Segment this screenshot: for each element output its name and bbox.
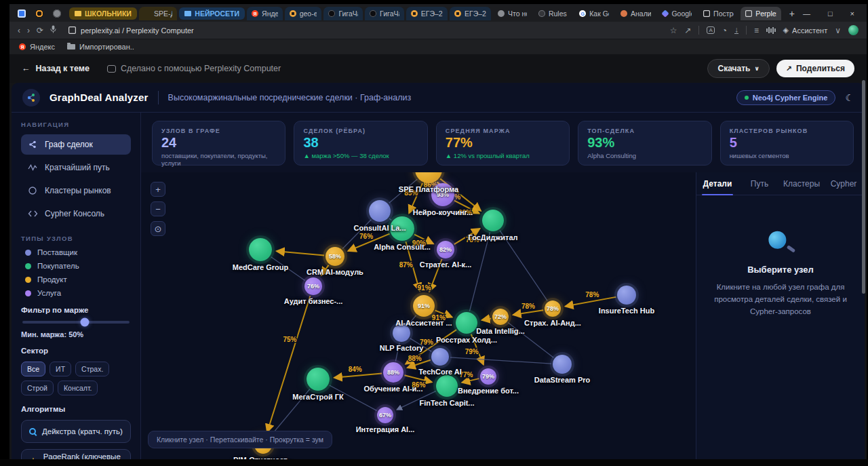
graph-node-insure[interactable]	[617, 286, 636, 305]
close-button[interactable]: ×	[850, 9, 854, 18]
sector-chip[interactable]: Страх.	[75, 362, 109, 376]
pinned-tab-icon[interactable]	[18, 9, 26, 18]
graph-node-strakh[interactable]: 78%	[545, 300, 561, 317]
slider-thumb[interactable]	[80, 318, 89, 327]
share-button[interactable]: ↗ Поделиться	[776, 60, 854, 77]
browser-tab[interactable]: Perplex...	[741, 7, 781, 20]
graph-node-datastream[interactable]	[553, 355, 572, 374]
graph-edges: 85%86%87%90%90%78%76%87%75%91%91%78%78%7…	[141, 172, 696, 459]
browser-tab[interactable]: Что но...	[493, 7, 532, 20]
algorithm-button[interactable]: Дейкстра (кратч. путь)	[21, 420, 131, 443]
minimize-button[interactable]: —	[803, 9, 810, 18]
algorithm-label: Дейкстра (кратч. путь)	[42, 427, 123, 435]
graph-node-fintech[interactable]	[436, 375, 458, 397]
bookmark-item[interactable]: Импортирован..	[67, 43, 134, 51]
back-icon[interactable]: ‹	[18, 26, 20, 35]
graph-node-techcore[interactable]	[431, 348, 449, 366]
maximize-button[interactable]: □	[828, 9, 833, 18]
browser-tab[interactable]: ЯЯндекс	[247, 7, 283, 20]
mic-icon[interactable]	[50, 25, 56, 35]
graph-node-consultai[interactable]	[369, 200, 391, 222]
browser-tab[interactable]: ГигаЧа...	[365, 7, 404, 20]
history-icon[interactable]: ◔	[722, 26, 727, 35]
sidebar-item-code[interactable]: Cypher Консоль	[21, 203, 131, 224]
zoom-reset-button[interactable]: ⊙	[151, 221, 165, 236]
graph-edge	[409, 183, 422, 213]
sector-chip[interactable]: Все	[21, 362, 45, 376]
graph-node-megastroy[interactable]	[307, 368, 330, 391]
panel-tab-детали[interactable]: Детали	[696, 172, 738, 195]
forward-icon[interactable]: ›	[27, 26, 30, 35]
tab-label: Постро...	[713, 9, 734, 18]
download-button[interactable]: Скачать ∨	[707, 59, 769, 78]
reload-icon[interactable]: ⟳	[37, 26, 43, 35]
sector-chip[interactable]: Строй	[21, 381, 54, 395]
profile-avatar[interactable]	[848, 25, 859, 35]
graph-node-nlp[interactable]	[393, 324, 410, 342]
download-icon[interactable]: ↓	[734, 27, 738, 34]
panel-tab-cypher[interactable]: Cypher	[823, 172, 865, 195]
pinned-tab-icon[interactable]	[35, 9, 43, 18]
sector-chip[interactable]: Консалт.	[58, 381, 98, 395]
chevron-down-icon: ∨	[754, 65, 759, 72]
browser-tab[interactable]: Постро...	[698, 7, 738, 20]
graph-node-dataintel[interactable]: 72%	[492, 309, 509, 325]
graph-node-alpha[interactable]	[390, 216, 414, 241]
margin-slider[interactable]	[22, 321, 130, 324]
bookmark-item[interactable]: ЯЯндекс	[19, 43, 55, 51]
graph-node-aiassist[interactable]: 91%	[413, 295, 435, 317]
browser-tab[interactable]: SPE-Д...	[139, 7, 177, 20]
browser-tab[interactable]: GКак Ge...	[574, 7, 614, 20]
graph-node-obuch[interactable]: 88%	[383, 362, 403, 383]
browser-tab[interactable]: geo-ег...	[285, 7, 322, 20]
back-to-topic-link[interactable]: ← Назад к теме	[22, 64, 90, 73]
page-scrollbar-thumb[interactable]	[862, 80, 865, 294]
address-bar[interactable]: perplexity.ai / Perplexity Computer	[68, 26, 194, 35]
browser-tab[interactable]: Анализ...	[616, 7, 656, 20]
stat-card: СРЕДНЯЯ МАРЖА77%▲ 12% vs прошлый квартал	[436, 121, 570, 166]
browser-tab[interactable]: ГигаЧа...	[323, 7, 363, 20]
stat-value: 38	[303, 135, 418, 151]
new-tab-button[interactable]: +	[783, 8, 802, 19]
pinned-tab-icon[interactable]	[53, 9, 61, 18]
yandex-favicon-icon: Я	[19, 43, 26, 50]
theme-toggle-moon-icon[interactable]: ☾	[845, 92, 854, 103]
browser-tab[interactable]: Rules f...	[534, 7, 572, 20]
sidebar-item-route[interactable]: Кратчайший путь	[21, 157, 131, 178]
waveform-icon[interactable]	[766, 27, 776, 34]
tab-label: Анализ...	[631, 9, 651, 18]
assistant-button[interactable]: ◈ Ассистент	[783, 26, 828, 35]
sidebar-item-share-nodes[interactable]: Граф сделок	[21, 134, 131, 155]
chevron-down-icon[interactable]: ∨	[835, 26, 841, 35]
zoom-out-button[interactable]: −	[151, 201, 165, 216]
translate-icon[interactable]: A	[707, 26, 714, 34]
panel-tab-кластеры[interactable]: Кластеры	[781, 172, 823, 195]
browser-tab[interactable]: ЕГЭ–20...	[406, 7, 448, 20]
bookmark-star-icon[interactable]: ☆	[670, 26, 677, 35]
algorithm-button[interactable]: ★PageRank (ключевые узлы)	[21, 449, 131, 459]
graph-canvas[interactable]: 85%86%87%90%90%78%76%87%75%91%91%78%78%7…	[141, 172, 696, 459]
graph-node-vnedr[interactable]: 79%	[480, 368, 496, 385]
graph-node-medcare[interactable]	[249, 238, 272, 261]
tab-group-chip[interactable]: ШКОЛЬНИКИ	[69, 7, 137, 20]
graph-node-gos[interactable]	[482, 210, 504, 231]
edge-margin-label: 90%	[458, 209, 472, 216]
browser-tab[interactable]: Google...	[658, 7, 696, 20]
giga-favicon-icon	[370, 10, 376, 17]
sector-chip[interactable]: ИТ	[50, 362, 71, 376]
tab-label: SPE-Д...	[154, 9, 172, 18]
edge-margin-label: 90%	[412, 239, 426, 247]
graph-node-strateg[interactable]: 82%	[437, 241, 454, 258]
graph-node-crm[interactable]: 58%	[326, 247, 344, 266]
tab-group-chip[interactable]: НЕЙРОСЕТИ	[179, 7, 245, 20]
zoom-in-button[interactable]: +	[151, 182, 165, 197]
browser-tab[interactable]: ЕГЭ–20...	[450, 7, 491, 20]
graph-node-audit[interactable]: 76%	[304, 277, 322, 295]
share-link-icon[interactable]: ↗	[684, 26, 691, 35]
graph-node-rosstrakh[interactable]	[456, 312, 477, 334]
graph-node-neuro[interactable]: 93%	[431, 183, 454, 206]
sidebar-item-circle[interactable]: Кластеры рынков	[21, 180, 131, 201]
graph-node-integr[interactable]: 67%	[377, 407, 393, 423]
reading-list-icon[interactable]: ≡	[754, 26, 759, 35]
panel-tab-путь[interactable]: Путь	[738, 172, 781, 195]
